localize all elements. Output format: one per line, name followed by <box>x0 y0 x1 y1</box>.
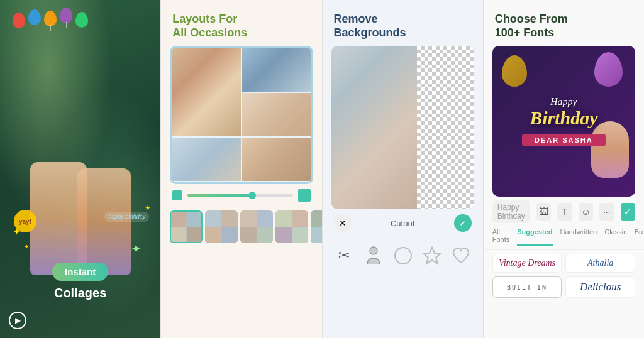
confirm-toolbar-icon[interactable]: ✓ <box>621 203 635 221</box>
purple-balloon <box>594 52 623 87</box>
shapes-row[interactable]: ✂ <box>323 237 483 275</box>
yay-sticker: yay! <box>14 210 36 232</box>
panel-4-title: Choose From 100+ Fonts <box>495 13 633 40</box>
slider-right-icon <box>298 189 311 202</box>
person-shape-icon <box>362 244 385 267</box>
star-shape[interactable] <box>421 242 443 270</box>
slider-thumb <box>248 192 256 199</box>
more-toolbar-icon[interactable]: ··· <box>599 203 614 221</box>
bday-happy: Happy <box>522 96 606 107</box>
cutout-toolbar: ✕ Cutout ✓ <box>323 209 483 237</box>
circle-shape-icon <box>393 246 413 266</box>
heart-shape-icon <box>451 246 471 266</box>
close-button[interactable]: ✕ <box>334 214 352 232</box>
balloon-green <box>75 12 88 28</box>
font-sample-athalia[interactable]: Athalia <box>565 254 635 273</box>
thumb-2[interactable] <box>205 210 238 243</box>
panel-layouts: Layouts For All Occasions <box>160 0 321 338</box>
birthday-card: Happy Birthday DEAR SASHA <box>492 46 635 197</box>
panel-3-header: RemoveBackgrounds <box>323 0 483 46</box>
balloon-blue <box>28 9 41 25</box>
tab-suggested[interactable]: Suggested <box>517 228 552 246</box>
image-toolbar-icon[interactable]: 🖼 <box>536 203 551 221</box>
balloon-cluster <box>13 13 88 28</box>
font-sample-block[interactable]: BUILT IN <box>492 276 562 298</box>
collage-cell-1 <box>172 48 241 136</box>
collage-cell-5 <box>242 138 311 181</box>
birthday-card-overlay: Happy Birthday DEAR SASHA <box>492 46 635 197</box>
person-shape[interactable] <box>362 242 385 270</box>
confirm-button[interactable]: ✓ <box>454 214 472 232</box>
fonts-toolbar: Happy Birthday 🖼 T ☺ ··· ✓ <box>484 197 644 227</box>
block-font-text: BUILT IN <box>507 284 547 291</box>
font-search-field[interactable]: Happy Birthday <box>492 200 530 223</box>
slider-left-icon <box>172 190 182 200</box>
svg-point-0 <box>370 247 377 254</box>
thumb-3[interactable] <box>240 210 273 243</box>
balloon-red <box>13 13 25 28</box>
thumb-5[interactable] <box>311 210 321 243</box>
heart-shape[interactable] <box>450 242 472 270</box>
close-icon: ✕ <box>339 218 347 228</box>
cutout-photo <box>331 46 474 209</box>
check-icon: ✓ <box>459 218 467 228</box>
collage-cell-3 <box>242 93 311 136</box>
panel-instant-collages: ✦ ✦ ✦ ✦ yay! happy birthday Instant Coll… <box>0 0 160 338</box>
collage-cell-2 <box>242 48 311 91</box>
panel-fonts: Choose From 100+ Fonts Happy Birthday DE… <box>483 0 644 338</box>
panel-3-title: RemoveBackgrounds <box>334 13 472 40</box>
collages-text: Collages <box>0 286 160 300</box>
font-sample-vintage[interactable]: Vintage Dreams <box>492 254 562 273</box>
play-icon: ▶ <box>15 316 21 325</box>
gold-balloon <box>502 55 527 87</box>
slider-row <box>161 184 321 207</box>
bday-birthday: Birthday <box>522 107 606 129</box>
text-toolbar-icon[interactable]: T <box>557 203 572 221</box>
play-button[interactable]: ▶ <box>9 312 26 329</box>
font-tabs: All Fonts Suggested Handwritten Classic … <box>484 227 644 250</box>
panel-remove-bg: RemoveBackgrounds ✕ Cutout ✓ ✂ <box>322 0 483 338</box>
panel-2-header: Layouts For All Occasions <box>161 0 321 46</box>
slider-track[interactable] <box>187 194 292 197</box>
panel-2-title: Layouts For All Occasions <box>172 13 310 40</box>
panel-4-header: Choose From 100+ Fonts <box>484 0 644 46</box>
balloon-yellow <box>44 11 57 26</box>
person-right <box>77 168 131 275</box>
thumb-1[interactable] <box>170 210 203 243</box>
tab-handwritten[interactable]: Handwritten <box>560 228 597 246</box>
scissors-shape[interactable]: ✂ <box>334 242 355 270</box>
bday-dear: DEAR SASHA <box>522 134 606 146</box>
font-samples-grid[interactable]: Vintage Dreams Athalia BUILT IN Deliciou… <box>484 250 644 302</box>
collage-cell-4 <box>172 138 241 181</box>
thumbnail-row[interactable] <box>161 207 321 247</box>
collage-grid <box>170 46 313 184</box>
thumb-4[interactable] <box>275 210 308 243</box>
panel-1-label: Instant Collages <box>0 263 160 300</box>
cutout-area <box>331 46 474 209</box>
balloon-purple <box>60 8 72 23</box>
checkerboard-bg <box>417 46 474 209</box>
cutout-label: Cutout <box>352 219 454 228</box>
svg-marker-2 <box>423 248 441 264</box>
circle-shape[interactable] <box>392 242 414 270</box>
instant-pill: Instant <box>52 263 108 281</box>
tab-more[interactable]: Bu... <box>635 228 644 246</box>
tab-classic[interactable]: Classic <box>604 228 626 246</box>
bday-text-group: Happy Birthday DEAR SASHA <box>522 96 606 146</box>
tab-all-fonts[interactable]: All Fonts <box>492 228 510 246</box>
sticker-toolbar-icon[interactable]: ☺ <box>579 203 593 221</box>
font-sample-delicious[interactable]: Delicious <box>565 276 635 298</box>
star-shape-icon <box>422 246 442 266</box>
happy-birthday-sticker: happy birthday <box>104 212 149 222</box>
svg-point-1 <box>395 248 411 264</box>
slider-fill <box>187 194 250 197</box>
